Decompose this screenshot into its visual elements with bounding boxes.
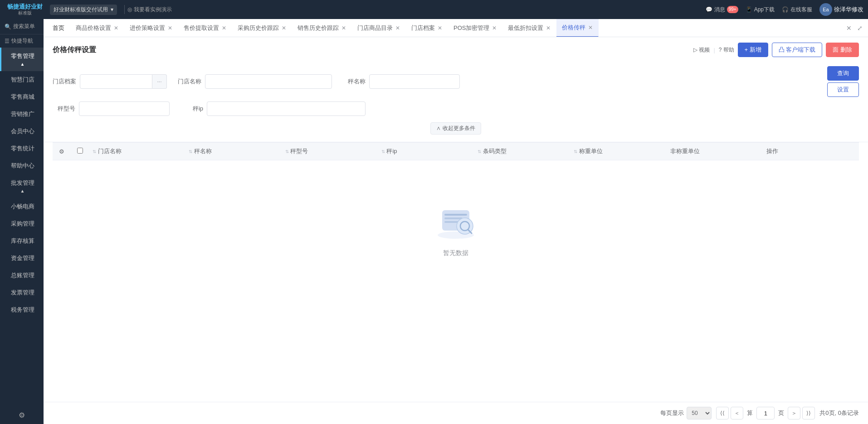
check-all[interactable]: [77, 148, 83, 154]
version-select[interactable]: 好业财标准版交付试用 ▾: [50, 5, 117, 15]
tab-close-icon[interactable]: ✕: [395, 25, 400, 31]
tab-close-icon[interactable]: ✕: [168, 25, 172, 31]
sidebar-item-purchase-mgmt[interactable]: 采购管理: [0, 215, 44, 232]
download-button[interactable]: 凸 客户端下载: [772, 43, 823, 57]
column-gear[interactable]: ⚙: [53, 143, 71, 160]
first-page-button[interactable]: ⟨⟨: [716, 407, 729, 419]
scale-name-input[interactable]: [369, 74, 460, 89]
nav-icon: ☰: [5, 38, 10, 44]
settings-button[interactable]: 设置: [827, 82, 859, 97]
store-name-field: 门店名称: [178, 74, 332, 89]
sidebar-item-fund-mgmt[interactable]: 资金管理: [0, 250, 44, 267]
page-total: 共0页, 0条记录: [819, 409, 859, 417]
sidebar-item-help-center[interactable]: 帮助中心: [0, 157, 44, 174]
sidebar-item-marketing[interactable]: 营销推广: [0, 106, 44, 123]
sidebar-item-invoice-mgmt[interactable]: 发票管理: [0, 284, 44, 301]
tab-close-icon[interactable]: ✕: [438, 25, 442, 31]
help-link[interactable]: ? 帮助: [719, 46, 734, 54]
tab-close-icon[interactable]: ✕: [844, 23, 853, 34]
tab-sale-price[interactable]: 售价提取设置✕: [178, 19, 232, 37]
tab-close-icon[interactable]: ✕: [546, 25, 551, 31]
arrow-icon: ▲: [20, 188, 25, 193]
messages-button[interactable]: 💬 消息 99+: [706, 6, 738, 14]
help-icon: ?: [719, 47, 722, 53]
tab-home[interactable]: 首页: [47, 19, 70, 37]
tab-bar: 首页商品价格设置✕进价策略设置✕售价提取设置✕采购历史价跟踪✕销售历史价跟踪✕门…: [44, 19, 868, 37]
user-avatar-button[interactable]: Ea 徐泽华修改: [819, 3, 863, 16]
sidebar-item-smart-store[interactable]: 智慧门店: [0, 71, 44, 88]
main-body: 🔍 搜索菜单 ☰ 快捷导航 零售管理▲智慧门店零售商城营销推广会员中心零售统计帮…: [0, 19, 868, 424]
store-archive-input[interactable]: [80, 74, 152, 89]
tab-close-icon[interactable]: ✕: [114, 25, 118, 31]
tab-close-icon[interactable]: ✕: [492, 25, 497, 31]
column-barcode-type: ⇅ 条码类型: [474, 143, 570, 160]
last-page-button[interactable]: ⟩⟩: [802, 407, 815, 419]
prev-page-button[interactable]: ＜: [731, 407, 743, 419]
delete-button[interactable]: 面 删除: [826, 43, 859, 57]
tab-close-icon[interactable]: ✕: [282, 25, 286, 31]
collapse-button[interactable]: ∧ 收起更多条件: [430, 122, 481, 135]
scale-model-field: 秤型号: [53, 101, 170, 116]
sidebar-item-tax-mgmt[interactable]: 税务管理: [0, 301, 44, 318]
empty-svg: [429, 197, 483, 242]
search-area: 门店档案 ··· 门店名称 秤名称: [44, 61, 868, 142]
demo-button[interactable]: ◎ 我要看实例演示: [127, 6, 172, 14]
tab-price-scale[interactable]: 价格传秤✕: [556, 19, 599, 37]
empty-state: 暂无数据: [53, 160, 859, 294]
tab-close-icon[interactable]: ✕: [222, 25, 226, 31]
top-bar: 畅捷通好业财 标准版 好业财标准版交付试用 ▾ ◎ 我要看实例演示 💬 消息 9…: [0, 0, 868, 19]
tab-label: 价格传秤: [562, 24, 585, 32]
tab-expand-icon[interactable]: ⤢: [855, 23, 864, 34]
sidebar-item-wholesale-mgmt[interactable]: 批发管理▲: [0, 174, 44, 198]
search-menu-button[interactable]: 🔍 搜索菜单: [0, 19, 44, 34]
sidebar-item-inventory[interactable]: 库存核算: [0, 232, 44, 250]
pagination-bar: 每页显示 20 50 100 200 ⟨⟨ ＜ 算 1 页: [44, 402, 868, 424]
next-page-button[interactable]: ＞: [788, 407, 800, 419]
data-table: ⚙ ⇅ 门店名称 ⇅ 秤名称 ⇅ 秤型号 ⇅ 秤ip ⇅ 条码类型 ⇅ 称重单位…: [53, 142, 859, 160]
page-actions: ▷ 视频 | ? 帮助 + 新增 凸 客户端下载 面 删除: [693, 43, 859, 57]
sidebar-settings-button[interactable]: ⚙: [0, 406, 44, 424]
scale-ip-input[interactable]: [207, 101, 366, 116]
tab-label: 商品价格设置: [76, 24, 111, 32]
svg-rect-3: [444, 217, 463, 219]
tab-close-icon[interactable]: ✕: [341, 25, 346, 31]
tab-pos-mgmt[interactable]: POS加密管理✕: [448, 19, 502, 37]
sidebar-item-general-ledger[interactable]: 总账管理: [0, 267, 44, 284]
tab-sales-history[interactable]: 销售历史价跟踪✕: [292, 19, 352, 37]
tab-min-discount[interactable]: 最低折扣设置✕: [502, 19, 556, 37]
tab-label: 门店档案: [411, 24, 435, 32]
quick-nav-button[interactable]: ☰ 快捷导航: [0, 34, 44, 48]
sidebar-item-retail-mgmt[interactable]: 零售管理▲: [0, 48, 44, 71]
avatar: Ea: [819, 3, 832, 16]
sidebar-item-retail-stats[interactable]: 零售统计: [0, 140, 44, 157]
query-button[interactable]: 查询: [827, 66, 859, 81]
column-check: [71, 143, 89, 160]
sidebar-item-xiao-chang[interactable]: 小畅电商: [0, 198, 44, 215]
message-badge: 99+: [727, 6, 738, 13]
scale-model-input[interactable]: [79, 101, 170, 116]
online-service-button[interactable]: 🎧 在线客服: [782, 6, 812, 14]
sidebar-item-retail-mall[interactable]: 零售商城: [0, 88, 44, 106]
per-page-select[interactable]: 20 50 100 200: [687, 407, 712, 419]
tab-close-icon[interactable]: ✕: [588, 24, 593, 31]
tab-store-archive[interactable]: 门店档案✕: [406, 19, 448, 37]
tab-label: 首页: [53, 24, 64, 32]
add-button[interactable]: + 新增: [738, 43, 768, 57]
scale-ip-label: 秤ip: [180, 105, 203, 113]
column-scale-model: ⇅ 秤型号: [282, 143, 378, 160]
divider: [124, 5, 125, 14]
store-archive-btn[interactable]: ···: [152, 74, 167, 89]
tab-purchase-history[interactable]: 采购历史价跟踪✕: [232, 19, 292, 37]
tab-purchase-strategy[interactable]: 进价策略设置✕: [124, 19, 178, 37]
scale-ip-field: 秤ip: [180, 101, 366, 116]
video-link[interactable]: ▷ 视频: [693, 46, 710, 54]
page-input[interactable]: 1: [756, 407, 775, 419]
column-scale-ip: ⇅ 秤ip: [378, 143, 474, 160]
tab-commodity-price[interactable]: 商品价格设置✕: [70, 19, 124, 37]
tab-label: 最低折扣设置: [508, 24, 543, 32]
column-non-weight-unit: 非称重单位: [667, 143, 763, 160]
sidebar-item-member-center[interactable]: 会员中心: [0, 123, 44, 140]
app-download-button[interactable]: 📱 App下载: [746, 6, 775, 14]
tab-store-catalog[interactable]: 门店商品目录✕: [352, 19, 406, 37]
store-name-input[interactable]: [205, 74, 332, 89]
